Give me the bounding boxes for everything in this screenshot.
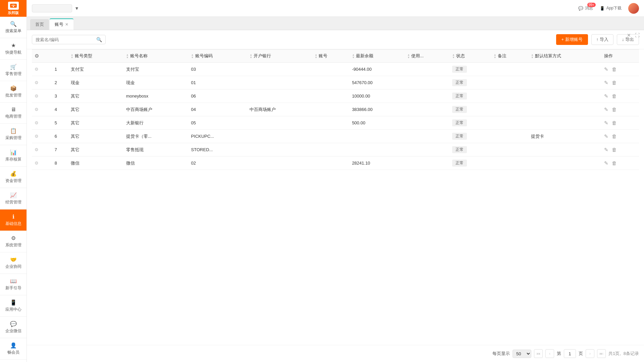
sidebar-item-member[interactable]: 👤畅会员 — [0, 338, 26, 360]
menu-label-corp-wechat: 企业微信 — [2, 328, 25, 334]
edit-icon-5[interactable]: ✎ — [604, 133, 608, 139]
col-header-notes[interactable]: ▲▼备注 — [491, 50, 528, 63]
cell-index-4: 5 — [52, 116, 68, 130]
col-header-type[interactable]: ▲▼账号类型 — [68, 50, 123, 63]
menu-icon-wholesale-mgmt: 📦 — [2, 85, 25, 92]
row-gear-icon[interactable]: ⚙ — [35, 161, 39, 166]
table-row: ⚙8微信微信0228241.10正常✎🗑 — [32, 157, 639, 170]
col-header-code[interactable]: ▲▼账号编码 — [189, 50, 247, 63]
sidebar-item-app-center[interactable]: 📱应用中心 — [0, 295, 26, 317]
sidebar-item-operations-mgmt[interactable]: 📈经营管理 — [0, 188, 26, 209]
sidebar-item-corp-agreement[interactable]: 🤝企业协同 — [0, 252, 26, 274]
tab-account[interactable]: 账号✕ — [50, 18, 73, 30]
col-header-bank[interactable]: ▲▼开户银行 — [247, 50, 312, 63]
first-page-button[interactable]: ⏮ — [534, 349, 543, 358]
edit-icon-3[interactable]: ✎ — [604, 107, 608, 113]
gear-settings-icon[interactable]: ⚙ — [35, 53, 39, 59]
menu-label-ecommerce-mgmt: 电商管理 — [2, 114, 25, 119]
sidebar-item-inventory-calc[interactable]: 📊库存核算 — [0, 145, 26, 167]
col-header-status[interactable]: ▲▼状态 — [449, 50, 491, 63]
row-gear-icon[interactable]: ⚙ — [35, 107, 39, 112]
delete-icon-7[interactable]: 🗑 — [612, 160, 617, 166]
row-gear-icon[interactable]: ⚙ — [35, 120, 39, 125]
col-header-balance[interactable]: ▲▼最新余额 — [349, 50, 405, 63]
delete-icon-4[interactable]: 🗑 — [612, 120, 617, 126]
close-window-button[interactable]: ✕ — [626, 32, 632, 39]
edit-icon-6[interactable]: ✎ — [604, 147, 608, 153]
cell-type-5: 其它 — [68, 130, 123, 143]
app-download-button[interactable]: 📱 App下载 — [600, 5, 622, 11]
sidebar-item-basic-info[interactable]: ℹ基础信息 — [0, 209, 26, 231]
delete-icon-5[interactable]: 🗑 — [612, 133, 617, 139]
cell-name-7: 微信 — [123, 157, 189, 170]
edit-icon-0[interactable]: ✎ — [604, 66, 608, 72]
sidebar-item-wholesale-mgmt[interactable]: 📦批发管理 — [0, 81, 26, 103]
row-gear-icon[interactable]: ⚙ — [35, 94, 39, 99]
sidebar-item-new-user-guide[interactable]: 📖新手引导 — [0, 274, 26, 295]
table-search-input[interactable] — [36, 37, 95, 42]
edit-icon-4[interactable]: ✎ — [604, 120, 608, 126]
cell-default_payment-3 — [528, 103, 602, 116]
col-header-usage[interactable]: ▲▼使用... — [405, 50, 449, 63]
menu-label-funds-mgmt: 资金管理 — [2, 178, 25, 184]
menu-label-inventory-calc: 库存核算 — [2, 157, 25, 162]
delete-icon-2[interactable]: 🗑 — [612, 93, 617, 99]
page-number-input[interactable] — [564, 349, 576, 358]
col-header-account[interactable]: ▲▼账号 — [312, 50, 349, 63]
cell-actions-5: ✎🗑 — [601, 130, 639, 143]
sidebar-item-ecommerce-mgmt[interactable]: 🖥电商管理 — [0, 103, 26, 124]
global-search-input[interactable] — [32, 4, 72, 12]
cell-usage-5 — [405, 130, 449, 143]
menu-icon-new-user-guide: 📖 — [2, 278, 25, 284]
edit-icon-2[interactable]: ✎ — [604, 93, 608, 99]
menu-label-quick-nav: 快捷导航 — [2, 50, 25, 55]
col-header-default_payment[interactable]: ▲▼默认结算方式 — [528, 50, 602, 63]
sidebar-item-search-menu[interactable]: 🔍搜索菜单 — [0, 17, 26, 38]
import-button[interactable]: ↑ 导入 — [591, 34, 613, 45]
cell-notes-5 — [491, 130, 528, 143]
sidebar-item-retail-mgmt[interactable]: 🛒零售管理 — [0, 60, 26, 81]
sidebar-item-corp-wechat[interactable]: 💬企业微信 — [0, 317, 26, 338]
cell-balance-1: 547670.00 — [349, 76, 405, 89]
row-gear-icon[interactable]: ⚙ — [35, 147, 39, 152]
sidebar-item-system-mgmt[interactable]: ⚙系统管理 — [0, 231, 26, 252]
delete-icon-3[interactable]: 🗑 — [612, 107, 617, 113]
messages-button[interactable]: 💬 消息 99+ — [578, 5, 593, 11]
add-account-button[interactable]: + 新增账号 — [556, 34, 588, 45]
delete-icon-6[interactable]: 🗑 — [612, 147, 617, 153]
prev-page-button[interactable]: ‹ — [545, 349, 554, 358]
cell-gear-7: ⚙ — [32, 157, 52, 170]
next-page-button[interactable]: › — [586, 349, 594, 358]
tab-home[interactable]: 首页 — [30, 19, 49, 30]
table-row: ⚙3其它moneybosx0610000.00正常✎🗑 — [32, 89, 639, 103]
menu-label-system-mgmt: 系统管理 — [2, 242, 25, 248]
sidebar-item-funds-mgmt[interactable]: 💰资金管理 — [0, 167, 26, 188]
row-gear-icon[interactable]: ⚙ — [35, 67, 39, 72]
maximize-window-button[interactable]: ⛶ — [634, 32, 641, 39]
status-badge-4: 正常 — [452, 119, 467, 126]
edit-icon-7[interactable]: ✎ — [604, 160, 608, 166]
tab-close-account[interactable]: ✕ — [65, 22, 68, 27]
messages-badge: 99+ — [587, 3, 596, 7]
cell-account-7 — [312, 157, 349, 170]
cell-usage-3 — [405, 103, 449, 116]
row-gear-icon[interactable]: ⚙ — [35, 134, 39, 139]
page-size-select[interactable]: 50 100 200 — [513, 350, 531, 358]
col-header-name[interactable]: ▲▼账号名称 — [123, 50, 189, 63]
user-avatar[interactable] — [628, 3, 639, 14]
row-gear-icon[interactable]: ⚙ — [35, 80, 39, 85]
menu-icon-inventory-calc: 📊 — [2, 149, 25, 156]
last-page-button[interactable]: ⏭ — [597, 349, 606, 358]
cell-gear-2: ⚙ — [32, 89, 52, 103]
cell-type-2: 其它 — [68, 89, 123, 103]
cell-account-6 — [312, 143, 349, 157]
dropdown-button[interactable]: ▾ — [75, 5, 78, 11]
sidebar-item-purchase-mgmt[interactable]: 📋采购管理 — [0, 124, 26, 145]
sidebar-item-quick-nav[interactable]: ★快捷导航 — [0, 38, 26, 60]
cell-balance-7: 28241.10 — [349, 157, 405, 170]
edit-icon-1[interactable]: ✎ — [604, 80, 608, 86]
delete-icon-0[interactable]: 🗑 — [612, 66, 617, 72]
delete-icon-1[interactable]: 🗑 — [612, 80, 617, 86]
cell-usage-4 — [405, 116, 449, 130]
header-left: ▾ — [32, 4, 78, 12]
